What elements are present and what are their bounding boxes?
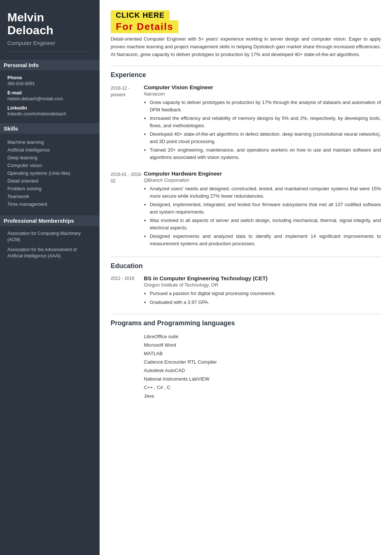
program-item: Autodesk AutoCAD <box>144 366 381 375</box>
phone-value: 360-816-8091 <box>7 81 92 86</box>
edu-details: BS in Computer Engineering Technology (C… <box>144 275 381 307</box>
exp-bullet: Was involved in all aspects of server an… <box>150 217 381 231</box>
email-value: melvin.deloach@reslab.com <box>7 96 92 101</box>
exp-bullet: Grew capacity to deliver prototypes to p… <box>150 99 381 113</box>
program-item: National Instruments LabVIEW <box>144 375 381 383</box>
education-list: 2012 - 2016BS in Computer Engineering Te… <box>111 275 381 307</box>
exp-details: Computer Hardware EngineerQBranch Corpor… <box>144 170 381 249</box>
for-details-label: For Details <box>111 20 178 33</box>
exp-company: QBranch Corporation <box>144 177 381 183</box>
membership-item: Association for the Advancement of Artif… <box>7 247 92 259</box>
exp-bullet: Analyzed users' needs and designed, cons… <box>150 185 381 200</box>
experience-heading: Experience <box>111 71 381 79</box>
experience-list: 2018-12 - presentComputer Vision Enginee… <box>111 84 381 249</box>
skill-item: Operating systems (Unix-like) <box>7 169 92 177</box>
linkedin-value: linkedin.com/in/melvindeloach <box>7 111 92 117</box>
education-block: 2012 - 2016BS in Computer Engineering Te… <box>111 275 381 307</box>
membership-item: Association for Computing Machinery (ACM… <box>7 230 92 243</box>
program-item: C++ , C# , C <box>144 383 381 392</box>
exp-date: 2016-01 - 2018-02 <box>111 170 144 249</box>
memberships-heading: Professional Memberships <box>0 215 100 226</box>
main-content: CLICK HERE For Details Detail-oriented C… <box>100 0 392 555</box>
exp-details: Computer Vision EngineerNarracomGrew cap… <box>144 84 381 162</box>
skill-item: Time management <box>7 200 92 208</box>
exp-title: Computer Hardware Engineer <box>144 170 381 177</box>
program-item: Microsoft Word <box>144 341 381 349</box>
program-item: LibreOffice suite <box>144 332 381 341</box>
exp-bullet: Designed experiments and analyzed data t… <box>150 233 381 247</box>
skill-item: Artificial Intelligence <box>7 146 92 154</box>
edu-degree: BS in Computer Engineering Technology (C… <box>144 275 381 281</box>
programs-list: LibreOffice suiteMicrosoft WordMATLABCad… <box>111 332 381 400</box>
exp-bullet: Increased the efficiency and reliability… <box>150 115 381 129</box>
experience-block: 2018-12 - presentComputer Vision Enginee… <box>111 84 381 162</box>
skills-list: Machine learningArtificial IntelligenceD… <box>7 138 92 208</box>
watermark-banner: CLICK HERE For Details <box>111 10 381 33</box>
program-item: Java <box>144 392 381 400</box>
edu-bullet: Graduated with a 3.97 GPA. <box>150 299 381 306</box>
personal-info-heading: Personal Info <box>0 60 100 70</box>
exp-bullet: Designed, implemented, integrated, and t… <box>150 201 381 215</box>
candidate-name: Melvin Deloach <box>7 11 92 37</box>
email-label: E-mail <box>7 90 92 96</box>
edu-bullets: Pursued a passion for digital signal pro… <box>144 290 381 306</box>
exp-title: Computer Vision Engineer <box>144 84 381 90</box>
job-title: Computer Engineer <box>7 40 92 52</box>
edu-bullet: Pursued a passion for digital signal pro… <box>150 290 381 297</box>
programs-heading: Programs and Programming languages <box>111 319 381 327</box>
education-heading: Education <box>111 262 381 270</box>
edu-date: 2012 - 2016 <box>111 275 144 307</box>
edu-school: Oregon Institute of Technology, OR <box>144 282 381 288</box>
intro-text: Detail-oriented Computer Engineer with 5… <box>111 35 381 58</box>
exp-bullet: Trained 20+ engineering, maintenance, an… <box>150 146 381 161</box>
exp-bullets: Analyzed users' needs and designed, cons… <box>144 185 381 247</box>
exp-date: 2018-12 - present <box>111 84 144 162</box>
section-divider-programs <box>111 314 381 314</box>
resume-container: Melvin Deloach Computer Engineer Persona… <box>0 0 392 555</box>
exp-company: Narracom <box>144 91 381 97</box>
skill-item: Computer vision <box>7 162 92 169</box>
click-here-label: CLICK HERE <box>111 10 170 20</box>
program-item: Cadence Encounter RTL Compiler <box>144 358 381 366</box>
section-divider-education <box>111 257 381 257</box>
skill-item: Deep learning <box>7 154 92 162</box>
program-item: MATLAB <box>144 349 381 358</box>
experience-block: 2016-01 - 2018-02Computer Hardware Engin… <box>111 170 381 249</box>
skills-heading: Skills <box>0 123 100 134</box>
skill-item: Machine learning <box>7 138 92 146</box>
sidebar: Melvin Deloach Computer Engineer Persona… <box>0 0 100 555</box>
skill-item: Detail oriented <box>7 177 92 185</box>
skill-item: Teamwork <box>7 192 92 200</box>
memberships-section: Professional Memberships Association for… <box>7 215 92 259</box>
skill-item: Problem solving <box>7 185 92 192</box>
exp-bullet: Developed 40+ state-of-the-art algorithm… <box>150 131 381 145</box>
linkedin-label: LinkedIn <box>7 105 92 111</box>
exp-bullets: Grew capacity to deliver prototypes to p… <box>144 99 381 161</box>
section-divider-experience <box>111 66 381 66</box>
phone-label: Phone <box>7 75 92 80</box>
